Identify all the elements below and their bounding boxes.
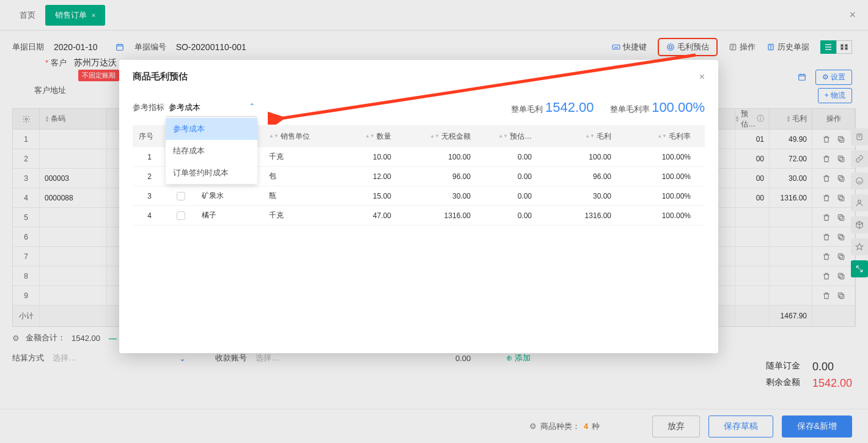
col-forecast[interactable]: ▲▼预估… bbox=[477, 131, 538, 142]
cell-qty: 15.00 bbox=[336, 192, 397, 200]
checkbox[interactable] bbox=[177, 211, 185, 220]
cell-amount: 100.00 bbox=[397, 153, 477, 161]
cell-qty: 47.00 bbox=[336, 211, 397, 220]
metric-input[interactable] bbox=[166, 98, 257, 117]
total-rate-value: 100.00% bbox=[652, 100, 705, 115]
col-rate[interactable]: ▲▼毛利率 bbox=[617, 131, 697, 142]
cell-profit: 100.00 bbox=[538, 153, 617, 161]
col-seq[interactable]: 序号 bbox=[133, 131, 166, 142]
chevron-up-icon[interactable]: ⌃ bbox=[249, 102, 255, 111]
cell-rate: 100.00% bbox=[617, 211, 697, 220]
cell-profit: 30.00 bbox=[538, 192, 617, 200]
cell-forecast: 0.00 bbox=[477, 172, 538, 181]
modal-title: 商品毛利预估 bbox=[133, 71, 188, 82]
cell-seq: 1 bbox=[133, 153, 166, 161]
cell-seq: 3 bbox=[133, 192, 166, 200]
cell-unit: 瓶 bbox=[263, 191, 336, 201]
cell-amount: 96.00 bbox=[397, 172, 477, 181]
col-ex-tax[interactable]: ▲▼无税金额 bbox=[397, 131, 477, 142]
cell-qty: 10.00 bbox=[336, 153, 397, 161]
cell-seq: 2 bbox=[133, 172, 166, 181]
cell-qty: 12.00 bbox=[336, 172, 397, 181]
cell-profit: 1316.00 bbox=[538, 211, 617, 220]
cell-check bbox=[166, 192, 196, 200]
cell-amount: 30.00 bbox=[397, 192, 477, 200]
total-rate-label: 整单毛利率 bbox=[610, 104, 650, 114]
cell-name: 矿泉水 bbox=[196, 191, 263, 201]
cell-forecast: 0.00 bbox=[477, 153, 538, 161]
cell-unit: 包 bbox=[263, 171, 336, 181]
cell-seq: 4 bbox=[133, 211, 166, 220]
modal-header: 商品毛利预估 × bbox=[119, 60, 718, 93]
cell-amount: 1316.00 bbox=[397, 211, 477, 220]
table-row[interactable]: 4橘子千克47.001316.000.001316.00100.00% bbox=[133, 206, 705, 225]
cell-rate: 100.00% bbox=[617, 153, 697, 161]
col-unit[interactable]: ▲▼销售单位 bbox=[263, 131, 336, 142]
col-qty[interactable]: ▲▼数量 bbox=[336, 131, 397, 142]
total-profit-label: 整单毛利 bbox=[511, 104, 543, 114]
cell-check bbox=[166, 211, 196, 220]
cell-unit: 千克 bbox=[263, 152, 336, 162]
cell-rate: 100.00% bbox=[617, 172, 697, 181]
metric-dropdown: 参考成本 结存成本 订单签约时成本 bbox=[166, 118, 257, 184]
filter-totals: 整单毛利 1542.00 整单毛利率 100.00% bbox=[511, 100, 705, 115]
table-row[interactable]: 3矿泉水瓶15.0030.000.0030.00100.00% bbox=[133, 186, 705, 206]
col-profit[interactable]: ▲▼毛利 bbox=[538, 131, 617, 142]
modal-close-icon[interactable]: × bbox=[699, 71, 705, 82]
cell-profit: 96.00 bbox=[538, 172, 617, 181]
total-profit-value: 1542.00 bbox=[545, 100, 594, 115]
metric-label: 参考指标 bbox=[133, 102, 164, 113]
dropdown-option[interactable]: 订单签约时成本 bbox=[166, 162, 257, 184]
cell-forecast: 0.00 bbox=[477, 192, 538, 200]
checkbox[interactable] bbox=[177, 192, 185, 200]
gross-profit-modal: 商品毛利预估 × 参考指标 ⌃ 参考成本 结存成本 订单签约时成本 整单毛利 1… bbox=[119, 60, 718, 353]
dropdown-option[interactable]: 参考成本 bbox=[166, 118, 257, 140]
cell-rate: 100.00% bbox=[617, 192, 697, 200]
cell-forecast: 0.00 bbox=[477, 211, 538, 220]
metric-select[interactable]: ⌃ 参考成本 结存成本 订单签约时成本 bbox=[166, 98, 257, 117]
modal-filter-row: 参考指标 ⌃ 参考成本 结存成本 订单签约时成本 整单毛利 1542.00 整单… bbox=[119, 93, 718, 125]
cell-name: 橘子 bbox=[196, 210, 263, 221]
dropdown-option[interactable]: 结存成本 bbox=[166, 140, 257, 162]
cell-unit: 千克 bbox=[263, 210, 336, 221]
